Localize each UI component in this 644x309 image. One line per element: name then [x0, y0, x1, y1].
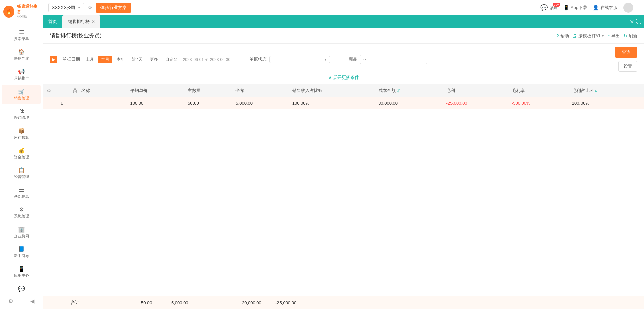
date-tab-last-month[interactable]: 上月 [83, 56, 97, 63]
operations-icon: 📋 [18, 167, 25, 173]
data-table: ⚙ 员工名称 平均单价 主数量 全额 销售收入占比% 成本全额 ⓘ 毛利 毛利率 [43, 84, 644, 109]
data-table-wrap: ⚙ 员工名称 平均单价 主数量 全额 销售收入占比% 成本全额 ⓘ 毛利 毛利率 [43, 84, 644, 296]
sidebar-item-label: 资金管理 [14, 155, 29, 160]
sidebar-item-marketing[interactable]: 📢 营销推广 [2, 65, 41, 84]
sidebar-brand: 畅康通好生意 标准版 [17, 4, 39, 19]
home-icon: 🏠 [18, 49, 25, 55]
row-avg-price: 100.00 [126, 97, 184, 109]
sidebar-item-label: 系统管理 [14, 214, 29, 219]
print-button[interactable]: 🖨 按模板打印 ▼ [572, 33, 605, 39]
sidebar-item-enterprise[interactable]: 🏢 企业协同 [2, 223, 41, 242]
table-row: 1 100.00 50.00 5,000.00 100.00% 30,000.0… [43, 97, 644, 109]
online-service-label: 在线客服 [600, 5, 618, 11]
sidebar-item-inventory[interactable]: 📦 库存核算 [2, 124, 41, 143]
expand-more-icon: ∨ [328, 75, 332, 80]
row-gross-ratio: 100.00% [568, 97, 644, 109]
cost-info-icon[interactable]: ⓘ [397, 89, 400, 93]
expand-more-button[interactable]: ∨ 展开更多条件 [328, 74, 359, 81]
sidebar-item-label: 采购管理 [14, 115, 29, 120]
collapse-icon[interactable]: ◀ [28, 296, 36, 306]
settings-footer-icon[interactable]: ⚙ [6, 296, 15, 306]
gross-ratio-info-icon[interactable]: ⚙ [595, 89, 598, 93]
row-amount: 5,000.00 [231, 97, 288, 109]
app-center-icon: 📱 [18, 266, 25, 272]
help-label: 帮助 [560, 33, 569, 39]
tabbar-right: ✕ ⛶ [630, 19, 644, 25]
date-range: 2023-06-01 至 2023-06-30 [183, 57, 230, 63]
tab-expand-icon[interactable]: ⛶ [636, 19, 641, 25]
sidebar-item-purchase[interactable]: 🛍 采购管理 [2, 105, 41, 123]
goods-more-icon[interactable]: ··· [363, 56, 368, 62]
query-button[interactable]: 查询 [615, 47, 637, 58]
notification-badge: 99+ [553, 3, 560, 7]
tabbar: 首页 销售排行榜 ✕ ✕ ⛶ [43, 15, 644, 28]
col-quantity: 主数量 [184, 84, 231, 97]
col-name: 员工名称 [69, 84, 126, 97]
sidebar: 🔥 畅康通好生意 标准版 ☰ 搜索菜单 🏠 快捷导航 📢 营销推广 🛒 销售管理… [0, 0, 43, 309]
refresh-button[interactable]: ↻ 刷新 [624, 33, 637, 39]
message-icon: 💬 [540, 4, 548, 11]
online-service-link[interactable]: 👤 在线客服 [593, 5, 618, 11]
date-tab-7days[interactable]: 近7天 [129, 56, 145, 63]
filter-row-2: ∨ 展开更多条件 [50, 74, 637, 81]
col-gross-rate: 毛利率 [508, 84, 568, 97]
filter-expand-arrow[interactable]: ▶ [50, 56, 57, 63]
sidebar-item-app-center[interactable]: 📱 应用中心 [2, 262, 41, 281]
col-settings[interactable]: ⚙ [43, 84, 55, 97]
status-select[interactable]: ▼ [269, 56, 330, 63]
refresh-icon: ↻ [624, 33, 627, 38]
col-sales-ratio: 销售收入占比% [288, 84, 374, 97]
sidebar-item-quick-nav[interactable]: 🏠 快捷导航 [2, 45, 41, 64]
date-tab-this-year[interactable]: 本年 [114, 56, 128, 63]
app-download-link[interactable]: 📱 App下载 [563, 5, 587, 11]
goods-select[interactable]: ··· [360, 55, 427, 64]
export-button[interactable]: ↑ 导出 [608, 33, 620, 39]
sales-icon: 🛒 [18, 88, 25, 95]
sidebar-item-wechat[interactable]: 💬 企业微信 [2, 282, 41, 293]
tab-sales-rank[interactable]: 销售排行榜 ✕ [62, 15, 100, 28]
sidebar-item-sales[interactable]: 🛒 销售管理 [2, 85, 41, 104]
trial-button[interactable]: 体验行业方案 [96, 3, 131, 13]
basic-info-icon: 🗃 [19, 187, 24, 193]
print-arrow-icon: ▼ [601, 34, 605, 38]
filter-actions: 查询 设置 [615, 47, 637, 72]
sidebar-item-label: 企业协同 [14, 234, 29, 239]
date-tab-custom[interactable]: 自定义 [162, 56, 180, 63]
date-tab-this-month[interactable]: 本月 [98, 56, 112, 63]
footer-cost: 30,000.00 [242, 300, 275, 305]
help-button[interactable]: ? 帮助 [556, 33, 569, 39]
sidebar-item-label: 基础信息 [14, 194, 29, 199]
topbar-settings-icon[interactable]: ⚙ [88, 4, 92, 11]
row-gross: -25,000.00 [442, 97, 508, 109]
date-tab-more[interactable]: 更多 [147, 56, 161, 63]
finance-icon: 💰 [18, 147, 25, 154]
sidebar-item-basic-info[interactable]: 🗃 基础信息 [2, 184, 41, 202]
sidebar-footer: ⚙ ◀ [0, 293, 43, 309]
sidebar-item-system[interactable]: ⚙ 系统管理 [2, 203, 41, 222]
notification-button[interactable]: 💬 99+ 消息 [540, 4, 558, 11]
tab-close-icon[interactable]: ✕ [92, 19, 95, 24]
status-arrow-icon: ▼ [324, 58, 327, 61]
download-icon: 📱 [563, 5, 569, 11]
set-button[interactable]: 设置 [618, 61, 637, 72]
tab-home[interactable]: 首页 [43, 15, 62, 28]
col-cost: 成本全额 ⓘ [374, 84, 442, 97]
enterprise-icon: 🏢 [18, 226, 25, 233]
filter-row-1: ▶ 单据日期 上月 本月 本年 近7天 更多 自定义 2023-06-01 至 … [50, 47, 637, 72]
row-gross-rate: -500.00% [508, 97, 568, 109]
user-avatar[interactable] [623, 3, 633, 13]
sidebar-item-search-order[interactable]: ☰ 搜索菜单 [2, 25, 41, 45]
row-rank: 1 [55, 97, 69, 109]
sidebar-item-label: 销售管理 [14, 96, 29, 101]
row-name [69, 97, 126, 109]
sidebar-item-guide[interactable]: 📘 新手引导 [2, 243, 41, 262]
sidebar-item-finance[interactable]: 💰 资金管理 [2, 144, 41, 163]
sidebar-item-operations[interactable]: 📋 经营管理 [2, 164, 41, 183]
table-header-row: ⚙ 员工名称 平均单价 主数量 全额 销售收入占比% 成本全额 ⓘ 毛利 毛利率 [43, 84, 644, 97]
col-gross: 毛利 [442, 84, 508, 97]
sidebar-item-label: 应用中心 [14, 273, 29, 278]
filter-date: 单据日期 上月 本月 本年 近7天 更多 自定义 2023-06-01 至 20… [62, 56, 230, 63]
company-selector[interactable]: XXXXX公司 ▼ [48, 3, 84, 12]
tab-close-all-icon[interactable]: ✕ [630, 19, 634, 25]
sidebar-subtitle: 标准版 [17, 14, 39, 19]
